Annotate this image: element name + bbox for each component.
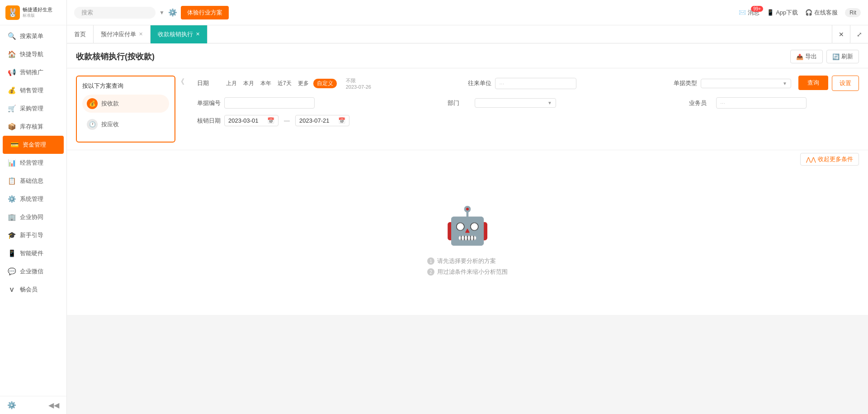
refresh-label: 刷新	[841, 52, 853, 61]
dept-select[interactable]: ▼	[475, 98, 556, 108]
sidebar-item-operations[interactable]: 📊 经营管理	[0, 154, 66, 172]
filter-row-2: 单据编号 部门 ▼ 业务员	[197, 97, 859, 109]
sidebar-item-marketing[interactable]: 📢 营销推广	[0, 63, 66, 81]
sidebar-item-inventory[interactable]: 📦 库存核算	[0, 118, 66, 136]
header-gear-icon[interactable]: ⚙️	[168, 8, 177, 17]
user-button[interactable]: Rit	[845, 8, 861, 17]
voucher-type-field: 单据类型 ▼	[674, 79, 791, 88]
collapse-sidebar-icon[interactable]: ◀◀	[48, 401, 59, 409]
sidebar-item-system[interactable]: ⚙️ 系统管理	[0, 190, 66, 208]
tabs-actions: ✕ ⤢	[832, 25, 868, 43]
filter-option-by-receipt[interactable]: 💰 按收款	[82, 95, 169, 113]
dept-field: 部门 ▼	[448, 98, 556, 108]
top-header: 搜索 ▼ ⚙️ 体验行业方案 ✉️ 消息 99+ 📱 App下载 🎧 在线客服 …	[67, 0, 868, 25]
date-btn-lastmonth[interactable]: 上月	[224, 79, 239, 88]
sidebar-item-sales[interactable]: 💰 销售管理	[0, 81, 66, 100]
smarthw-icon: 📱	[7, 249, 16, 258]
app-download-button[interactable]: 📱 App下载	[767, 9, 798, 17]
collapse-more-icon: ⋀⋀	[806, 156, 816, 163]
tab-prepay[interactable]: 预付冲应付单 ✕	[94, 25, 151, 43]
sidebar-item-search[interactable]: 🔍 搜索菜单	[0, 27, 66, 45]
refresh-button[interactable]: 🔄 刷新	[826, 50, 859, 63]
collapse-more-button[interactable]: ⋀⋀ 收起更多条件	[800, 153, 859, 166]
inventory-icon: 📦	[7, 122, 16, 131]
voucher-type-select[interactable]: ▼	[701, 79, 791, 88]
staff-select[interactable]: ···	[716, 97, 807, 109]
filter-collapse-btn[interactable]: 《	[177, 76, 188, 143]
sidebar-item-enterprise[interactable]: 🏢 企业协同	[0, 208, 66, 226]
sidebar: 🐰 畅捷通好生意 标准版 🔍 搜索菜单 🏠 快捷导航 📢 营销推广 💰 销售管理…	[0, 0, 67, 414]
wechat-icon: 💬	[7, 267, 16, 276]
sidebar-item-wechat[interactable]: 💬 企业微信	[0, 262, 66, 281]
collapse-more-label: 收起更多条件	[818, 155, 853, 163]
search-bar[interactable]: 搜索	[74, 7, 156, 19]
sidebar-item-member[interactable]: V 畅会员	[0, 281, 66, 299]
tip1-number: 1	[427, 257, 434, 265]
settings-button[interactable]: 设置	[832, 76, 859, 91]
content-area: 收款核销执行(按收款) 📤 导出 🔄 刷新 按以下方案查询 💰	[67, 43, 868, 414]
tab-receipt-verify[interactable]: 收款核销执行 ✕	[151, 25, 208, 43]
main-area: 搜索 ▼ ⚙️ 体验行业方案 ✉️ 消息 99+ 📱 App下载 🎧 在线客服 …	[67, 0, 868, 414]
service-icon: 🎧	[805, 9, 812, 16]
date-btn-more[interactable]: 更多	[296, 79, 311, 88]
tab-home[interactable]: 首页	[67, 25, 94, 43]
enterprise-icon: 🏢	[7, 213, 16, 222]
date-field: 日期 上月 本月 本年 近7天 更多 自定义	[197, 79, 337, 88]
export-icon: 📤	[796, 53, 803, 60]
by-receipt-icon: 💰	[87, 98, 98, 109]
settings-icon[interactable]: ⚙️	[7, 401, 16, 409]
search-chevron-icon[interactable]: ▼	[159, 10, 165, 16]
date-btn-7days[interactable]: 近7天	[276, 79, 293, 88]
query-button[interactable]: 查询	[798, 76, 828, 90]
verify-date-end-calendar-icon[interactable]: 📅	[338, 117, 345, 124]
tab-prepay-close-icon[interactable]: ✕	[139, 31, 143, 37]
export-button[interactable]: 📤 导出	[790, 50, 823, 63]
export-label: 导出	[805, 52, 817, 61]
sidebar-label-search: 搜索菜单	[20, 32, 43, 40]
tab-receipt-close-icon[interactable]: ✕	[196, 31, 200, 37]
sidebar-label-finance: 资金管理	[23, 141, 46, 149]
verify-date-end-input[interactable]: 2023-07-21 📅	[295, 115, 349, 126]
collapse-more-bar: ⋀⋀ 收起更多条件	[67, 150, 868, 168]
filter-options-panel: 按以下方案查询 💰 按收款 🕐 按应收	[76, 76, 175, 143]
counterparty-field: 往来单位 ···	[468, 78, 576, 89]
voucher-no-input[interactable]	[224, 97, 315, 109]
header-left: 搜索 ▼ ⚙️ 体验行业方案	[74, 6, 229, 19]
sidebar-item-guide[interactable]: 🎓 新手引导	[0, 226, 66, 244]
empty-tips: 1 请先选择要分析的方案 2 用过滤条件来缩小分析范围	[427, 257, 508, 279]
filter-option-by-receivable[interactable]: 🕐 按应收	[82, 115, 169, 133]
by-receivable-label: 按应收	[101, 120, 119, 128]
sidebar-item-purchase[interactable]: 🛒 采购管理	[0, 100, 66, 118]
message-button[interactable]: ✉️ 消息 99+	[739, 9, 760, 17]
expand-tab-icon[interactable]: ⤢	[850, 25, 868, 43]
solution-button[interactable]: 体验行业方案	[181, 6, 229, 19]
tab-prepay-label: 预付冲应付单	[101, 30, 136, 38]
sidebar-item-smarthw[interactable]: 📱 智能硬件	[0, 244, 66, 262]
verify-date-start-input[interactable]: 2023-03-01 📅	[224, 115, 278, 126]
sidebar-label-smarthw: 智能硬件	[20, 249, 43, 257]
filter-left-panel: 按以下方案查询 💰 按收款 🕐 按应收	[76, 76, 175, 143]
close-tab-icon[interactable]: ✕	[832, 25, 850, 43]
counterparty-placeholder: ···	[499, 80, 504, 87]
tip2-number: 2	[427, 268, 434, 276]
page-header: 收款核销执行(按收款) 📤 导出 🔄 刷新	[67, 43, 868, 68]
sidebar-label-enterprise: 企业协同	[20, 213, 43, 221]
date-options: 上月 本月 本年 近7天 更多 自定义	[224, 79, 337, 88]
voucher-type-label: 单据类型	[674, 79, 697, 87]
sidebar-item-finance[interactable]: 💳 资金管理	[3, 136, 64, 154]
filter-area: 按以下方案查询 💰 按收款 🕐 按应收 《	[67, 68, 868, 150]
date-btn-thisyear[interactable]: 本年	[259, 79, 273, 88]
by-receivable-icon: 🕐	[87, 119, 98, 130]
sidebar-label-system: 系统管理	[20, 195, 43, 203]
sidebar-label-quicknav: 快捷导航	[20, 50, 43, 58]
online-service-button[interactable]: 🎧 在线客服	[805, 9, 838, 17]
date-btn-custom[interactable]: 自定义	[313, 79, 337, 88]
date-btn-thismonth[interactable]: 本月	[241, 79, 256, 88]
verify-date-label: 核销日期	[197, 117, 221, 125]
date-label: 日期	[197, 79, 221, 87]
sidebar-item-quicknav[interactable]: 🏠 快捷导航	[0, 45, 66, 63]
guide-icon: 🎓	[7, 231, 16, 240]
sidebar-item-basic[interactable]: 📋 基础信息	[0, 172, 66, 190]
counterparty-select[interactable]: ···	[495, 78, 576, 89]
verify-date-start-calendar-icon[interactable]: 📅	[267, 117, 274, 124]
